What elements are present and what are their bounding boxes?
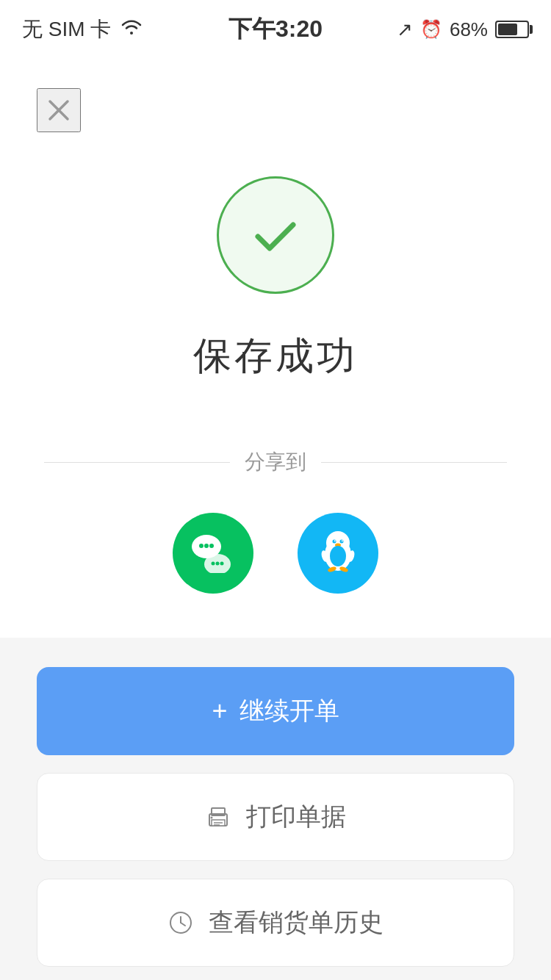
alarm-icon: ⏰ bbox=[420, 19, 442, 40]
svg-point-4 bbox=[199, 544, 204, 548]
continue-button[interactable]: + 继续开单 bbox=[37, 667, 514, 755]
svg-point-10 bbox=[220, 562, 224, 566]
status-time: 下午3:20 bbox=[228, 13, 323, 46]
svg-point-28 bbox=[211, 817, 213, 819]
print-button[interactable]: 打印单据 bbox=[37, 773, 514, 861]
close-icon bbox=[44, 96, 73, 125]
close-button[interactable] bbox=[37, 88, 81, 132]
wechat-share-button[interactable] bbox=[173, 513, 253, 594]
share-label: 分享到 bbox=[245, 448, 306, 476]
wechat-icon bbox=[190, 533, 237, 573]
svg-line-31 bbox=[181, 923, 185, 926]
status-right: ↗ ⏰ 68% bbox=[397, 18, 529, 41]
battery-text: 68% bbox=[450, 18, 488, 41]
svg-point-13 bbox=[333, 540, 336, 544]
checkmark-icon bbox=[246, 206, 305, 264]
history-label: 查看销货单历史 bbox=[209, 906, 383, 940]
clock-icon bbox=[168, 909, 194, 936]
status-bar: 无 SIM 卡 下午3:20 ↗ ⏰ 68% bbox=[0, 0, 551, 59]
svg-point-16 bbox=[342, 540, 343, 541]
qq-share-button[interactable] bbox=[298, 513, 378, 594]
success-circle bbox=[217, 176, 334, 294]
carrier-text: 无 SIM 卡 bbox=[22, 15, 111, 43]
svg-point-9 bbox=[216, 562, 220, 566]
print-icon bbox=[205, 804, 231, 830]
svg-point-8 bbox=[212, 562, 215, 566]
wifi-icon bbox=[120, 18, 143, 41]
action-section: + 继续开单 打印单据 查看销货单历史 bbox=[0, 638, 551, 967]
battery-icon bbox=[495, 21, 529, 38]
print-label: 打印单据 bbox=[246, 800, 346, 834]
success-section: 保存成功 bbox=[0, 147, 551, 419]
continue-label: 继续开单 bbox=[240, 694, 339, 728]
close-area bbox=[0, 59, 551, 147]
share-icons bbox=[44, 513, 507, 594]
svg-point-6 bbox=[209, 544, 214, 548]
plus-icon: + bbox=[212, 696, 227, 727]
status-left: 无 SIM 卡 bbox=[22, 15, 143, 43]
success-title: 保存成功 bbox=[193, 331, 358, 382]
svg-point-14 bbox=[340, 540, 344, 544]
history-button[interactable]: 查看销货单历史 bbox=[37, 879, 514, 967]
location-icon: ↗ bbox=[397, 18, 413, 41]
divider-left bbox=[44, 462, 230, 463]
svg-point-5 bbox=[204, 544, 209, 548]
share-divider: 分享到 bbox=[44, 448, 507, 476]
svg-point-15 bbox=[334, 540, 336, 541]
main-content: 保存成功 分享到 bbox=[0, 59, 551, 638]
share-section: 分享到 bbox=[0, 419, 551, 638]
svg-point-18 bbox=[330, 546, 346, 566]
qq-icon bbox=[314, 530, 361, 577]
battery-fill bbox=[498, 24, 517, 35]
divider-right bbox=[321, 462, 507, 463]
